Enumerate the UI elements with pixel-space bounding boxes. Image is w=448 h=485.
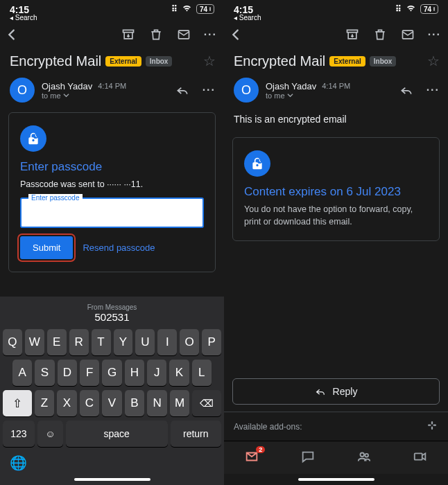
key-y[interactable]: Y	[114, 329, 133, 355]
return-key[interactable]: return	[171, 421, 221, 447]
sender-name: Ojash Yadav	[266, 81, 316, 91]
recipient-dropdown[interactable]: to me	[42, 91, 168, 100]
numbers-key[interactable]: 123	[3, 421, 35, 447]
key-c[interactable]: C	[80, 390, 100, 416]
status-bar: 4:15 Search ⠿ 74	[0, 0, 224, 19]
key-s[interactable]: S	[35, 360, 54, 386]
nav-chat-icon[interactable]	[300, 449, 316, 467]
key-u[interactable]: U	[135, 329, 155, 355]
subject-row: Encrypted Mail External Inbox ☆	[224, 50, 448, 75]
svg-rect-7	[433, 425, 437, 426]
reply-icon[interactable]	[175, 82, 190, 98]
key-o[interactable]: O	[180, 329, 199, 355]
key-h[interactable]: H	[125, 360, 144, 386]
home-indicator[interactable]	[0, 474, 224, 485]
inbox-badge: Inbox	[146, 56, 173, 67]
reply-icon[interactable]	[399, 82, 414, 98]
key-row-3: ⇧ ZXCVBNM ⌫	[0, 388, 224, 418]
nav-spaces-icon[interactable]	[356, 449, 372, 467]
trash-icon[interactable]	[372, 27, 388, 42]
subject-text: Encrypted Mail	[234, 53, 325, 69]
key-l[interactable]: L	[192, 360, 212, 386]
sender-time: 4:14 PM	[98, 82, 126, 90]
trash-icon[interactable]	[148, 27, 164, 42]
key-g[interactable]: G	[102, 360, 121, 386]
addons-row: Available add-ons:	[224, 412, 448, 441]
card-title: Enter passcode	[20, 160, 204, 174]
bottom-nav: 2	[224, 441, 448, 474]
key-x[interactable]: X	[57, 390, 77, 416]
expiry-text: You do not have the option to forward, c…	[244, 203, 428, 228]
svg-rect-3	[347, 30, 357, 32]
key-p[interactable]: P	[202, 329, 221, 355]
backspace-key[interactable]: ⌫	[192, 390, 221, 416]
key-i[interactable]: I	[157, 329, 177, 355]
key-f[interactable]: F	[80, 360, 99, 386]
submit-button[interactable]: Submit	[20, 236, 73, 259]
globe-icon[interactable]: 🌐	[10, 455, 27, 471]
svg-rect-12	[414, 453, 422, 459]
key-j[interactable]: J	[147, 360, 166, 386]
passcode-card: Enter passcode Passcode was sent to ····…	[8, 112, 216, 272]
wifi-icon	[406, 4, 416, 14]
nav-meet-icon[interactable]	[413, 449, 428, 467]
key-k[interactable]: K	[169, 360, 189, 386]
key-n[interactable]: N	[147, 390, 167, 416]
key-row-2: ASDFGHJKL	[0, 358, 224, 388]
more-icon[interactable]: ···	[428, 28, 441, 41]
svg-rect-6	[428, 425, 431, 426]
emoji-key[interactable]: ☺	[37, 421, 63, 447]
reply-button[interactable]: Reply	[232, 378, 440, 405]
status-bar: 4:15 Search ⠿ 74	[224, 0, 448, 19]
back-icon[interactable]	[4, 27, 19, 42]
key-b[interactable]: B	[125, 390, 145, 416]
key-r[interactable]: R	[69, 329, 89, 355]
subject-row: Encrypted Mail External Inbox ☆	[0, 50, 224, 75]
archive-icon[interactable]	[345, 27, 360, 42]
external-badge: External	[105, 56, 141, 67]
home-indicator[interactable]	[224, 474, 448, 485]
back-icon[interactable]	[228, 27, 243, 42]
expiry-card: Content expires on 6 Jul 2023 You do not…	[232, 137, 440, 241]
sender-row: O Ojash Yadav 4:14 PM to me ···	[0, 75, 224, 109]
resend-link[interactable]: Resend passcode	[83, 242, 155, 253]
more-icon[interactable]: ···	[204, 28, 217, 41]
key-q[interactable]: Q	[3, 329, 22, 355]
passcode-input[interactable]: Enter passcode	[20, 197, 204, 228]
signal-icon: ⠿	[171, 4, 178, 14]
toolbar: ···	[0, 19, 224, 50]
mail-icon[interactable]	[176, 27, 191, 42]
key-z[interactable]: Z	[35, 390, 55, 416]
archive-icon[interactable]	[121, 27, 136, 42]
right-screenshot: 4:15 Search ⠿ 74 ··· Encrypted Mail Exte…	[224, 0, 448, 485]
key-t[interactable]: T	[92, 329, 111, 355]
avatar[interactable]: O	[234, 78, 259, 103]
sender-row: O Ojash Yadav 4:14 PM to me ···	[224, 75, 448, 109]
subject-text: Encrypted Mail	[10, 53, 101, 69]
sender-more-icon[interactable]: ···	[427, 84, 440, 96]
svg-rect-9	[431, 427, 433, 430]
card-desc: Passcode was sent to ······ ···11.	[20, 178, 204, 191]
input-label: Enter passcode	[28, 194, 83, 202]
addons-label: Available add-ons:	[234, 422, 302, 432]
nav-mail-icon[interactable]: 2	[244, 449, 259, 467]
key-m[interactable]: M	[170, 390, 190, 416]
slack-icon[interactable]	[426, 419, 438, 434]
svg-point-11	[365, 453, 368, 457]
svg-rect-0	[123, 30, 133, 32]
shift-key[interactable]: ⇧	[3, 390, 32, 416]
key-a[interactable]: A	[12, 360, 32, 386]
mail-icon[interactable]	[400, 27, 415, 42]
key-e[interactable]: E	[47, 329, 67, 355]
key-w[interactable]: W	[25, 329, 44, 355]
key-d[interactable]: D	[58, 360, 77, 386]
avatar[interactable]: O	[10, 78, 35, 103]
sender-more-icon[interactable]: ···	[203, 84, 216, 96]
keyboard-suggestion[interactable]: From Messages 502531	[0, 301, 224, 327]
recipient-dropdown[interactable]: to me	[266, 91, 392, 100]
key-v[interactable]: V	[102, 390, 122, 416]
space-key[interactable]: space	[66, 421, 168, 447]
star-icon[interactable]: ☆	[427, 53, 440, 69]
lock-clock-icon	[20, 125, 46, 152]
star-icon[interactable]: ☆	[203, 53, 216, 69]
